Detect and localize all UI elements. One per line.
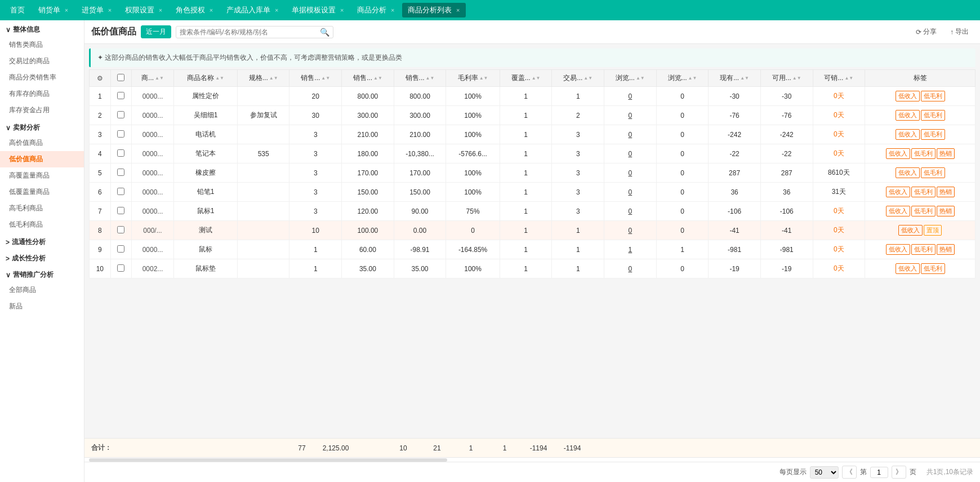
search-icon[interactable]: 🔍 [320,28,329,37]
row-checkbox[interactable] [117,111,124,118]
cell-browse1[interactable]: 0 [604,144,657,163]
sidebar-group-growth[interactable]: > 成长性分析 [0,249,84,266]
col-sale-amt[interactable]: 销售...▲▼ [342,70,394,87]
sidebar-item-low-value[interactable]: 低价值商品 [0,151,84,167]
cell-browse1[interactable]: 0 [604,87,657,106]
close-icon[interactable]: × [65,7,68,14]
row-checkbox[interactable] [117,130,124,138]
cell-checkbox[interactable] [110,183,131,202]
search-input[interactable] [180,28,320,36]
nav-permissions[interactable]: 权限设置 × [119,3,168,17]
cell-browse1[interactable]: 0 [604,202,657,221]
cell-browse1[interactable]: 0 [604,106,657,125]
cell-checkbox[interactable] [110,106,131,125]
row-checkbox[interactable] [117,188,124,195]
period-button[interactable]: 近一月 [141,25,171,38]
col-coverage[interactable]: 覆盖...▲▼ [500,70,552,87]
sidebar-item-high-margin[interactable]: 高毛利商品 [0,200,84,216]
col-code[interactable]: 商...▲▼ [131,70,173,87]
sidebar-item-stock-goods[interactable]: 有库存的商品 [0,86,84,102]
sidebar-item-high-value[interactable]: 高价值商品 [0,135,84,151]
sidebar-group-financial[interactable]: ∨ 卖财分析 [0,118,84,135]
cell-checkbox[interactable] [110,163,131,183]
close-icon[interactable]: × [456,7,460,14]
cell-checkbox[interactable] [110,202,131,221]
cell-browse1[interactable]: 0 [604,125,657,144]
settings-icon[interactable]: ⚙ [97,74,103,82]
close-icon[interactable]: × [210,7,213,14]
sidebar-item-sales-goods[interactable]: 销售类商品 [0,37,84,53]
sidebar-group-overall[interactable]: ∨ 整体信息 [0,20,84,37]
col-sale-price[interactable]: 销售...▲▼ [394,70,446,87]
col-checkbox[interactable] [110,70,131,87]
close-icon[interactable]: × [391,7,394,14]
row-checkbox[interactable] [117,264,124,272]
cell-browse1[interactable]: 0 [604,259,657,278]
col-sellable[interactable]: 可销...▲▼ [813,70,865,87]
cell-checkbox[interactable] [110,144,131,163]
col-deals[interactable]: 交易...▲▼ [552,70,604,87]
cell-browse1[interactable]: 0 [604,183,657,202]
nav-sales-order[interactable]: 销货单 × [33,3,74,17]
nav-template-settings[interactable]: 单据模板设置 × [286,3,349,17]
nav-purchase-order[interactable]: 进货单 × [76,3,117,17]
nav-product-entry[interactable]: 产成品入库单 × [221,3,284,17]
nav-product-analysis-list[interactable]: 商品分析列表 × [402,3,465,17]
sidebar-item-high-coverage[interactable]: 高覆盖量商品 [0,167,84,184]
row-checkbox[interactable] [117,226,124,233]
row-checkbox[interactable] [117,245,124,253]
cell-sale-qty: 3 [289,144,342,163]
cell-checkbox[interactable] [110,125,131,144]
col-browse1[interactable]: 浏览...▲▼ [604,70,657,87]
col-browse2[interactable]: 浏览...▲▼ [656,70,709,87]
select-all-checkbox[interactable] [117,74,124,81]
col-stock[interactable]: 现有...▲▼ [709,70,761,87]
cell-checkbox[interactable] [110,240,131,259]
sidebar-group-marketing[interactable]: ∨ 营销推广分析 [0,266,84,282]
cell-checkbox[interactable] [110,87,131,106]
nav-product-analysis[interactable]: 商品分析 × [351,3,400,17]
sidebar-item-all-goods[interactable]: 全部商品 [0,282,84,298]
close-icon[interactable]: × [340,7,344,14]
close-icon[interactable]: × [108,7,112,14]
sidebar-item-traded-goods[interactable]: 交易过的商品 [0,53,84,69]
col-name[interactable]: 商品名称▲▼ [174,70,238,87]
cell-checkbox[interactable] [110,221,131,240]
cell-browse1[interactable]: 0 [604,163,657,183]
export-button[interactable]: ↑ 导出 [946,25,973,39]
row-checkbox[interactable] [117,169,124,176]
share-button[interactable]: ⟳ 分享 [911,25,941,39]
prev-page-button[interactable]: 《 [842,466,857,479]
sidebar-item-low-margin[interactable]: 低毛利商品 [0,216,84,233]
col-settings[interactable]: ⚙ [90,70,111,87]
sidebar-group-flow[interactable]: > 流通性分析 [0,233,84,249]
row-checkbox[interactable] [117,207,124,214]
close-icon[interactable]: × [159,7,162,14]
col-avail[interactable]: 可用...▲▼ [760,70,813,87]
cell-browse1[interactable]: 0 [604,221,657,240]
nav-role-auth[interactable]: 角色授权 × [170,3,219,17]
page-size-select[interactable]: 50 100 200 [810,466,839,479]
col-sale-qty[interactable]: 销售...▲▼ [289,70,342,87]
cell-name: 鼠标1 [174,202,238,221]
col-spec[interactable]: 规格...▲▼ [237,70,289,87]
nav-home[interactable]: 首页 [5,3,30,17]
table-row: 9 0000... 鼠标 1 60.00 -98.91 -164.85% 1 1… [90,240,975,259]
cell-checkbox[interactable] [110,259,131,278]
cell-coverage: 1 [500,106,552,125]
row-checkbox[interactable] [117,149,124,157]
sidebar-item-capital[interactable]: 库存资金占用 [0,102,84,118]
cell-sale-amt: 170.00 [342,163,394,183]
search-box[interactable]: 🔍 [176,26,333,38]
sidebar-item-new-goods[interactable]: 新品 [0,298,84,315]
cell-no: 4 [90,144,111,163]
cell-browse1[interactable]: 1 [604,240,657,259]
col-margin[interactable]: 毛利率▲▼ [446,70,500,87]
sidebar-item-category-rate[interactable]: 商品分类销售率 [0,69,84,86]
cell-spec [237,87,289,106]
next-page-button[interactable]: 》 [892,466,906,479]
sidebar-item-low-coverage[interactable]: 低覆盖量商品 [0,184,84,200]
row-checkbox[interactable] [117,92,124,99]
page-number-input[interactable] [870,467,888,478]
close-icon[interactable]: × [275,7,278,14]
